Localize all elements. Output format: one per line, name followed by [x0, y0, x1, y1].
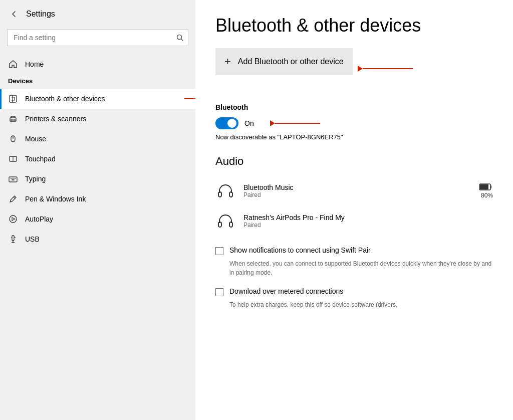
- svg-rect-28: [229, 222, 232, 227]
- sidebar-item-typing[interactable]: Typing: [0, 169, 195, 189]
- sidebar-item-autoplay-label: AutoPlay: [25, 215, 53, 223]
- search-icon: [176, 34, 183, 41]
- metered-row: Download over metered connections: [215, 287, 493, 296]
- bluetooth-section-title: Bluetooth: [215, 103, 493, 111]
- sidebar-item-typing-label: Typing: [25, 175, 46, 183]
- audio-section-title: Audio: [215, 155, 493, 168]
- bluetooth-toggle-row: On: [215, 117, 493, 129]
- device-name-airpods: Ratnesh's AirPods Pro - Find My: [243, 214, 493, 222]
- metered-label: Download over metered connections: [229, 287, 343, 295]
- discoverable-text: Now discoverable as "LAPTOP-8GN6ER75": [215, 133, 493, 141]
- device-info-bluetooth-music: Bluetooth Music Paired: [243, 183, 471, 198]
- usb-icon: [8, 234, 18, 244]
- add-device-arrow: [358, 66, 413, 72]
- sidebar-item-home[interactable]: Home: [0, 54, 195, 74]
- toggle-thumb: [227, 119, 236, 128]
- main-content: Bluetooth & other devices + Add Bluetoot…: [195, 0, 513, 420]
- add-device-button[interactable]: + Add Bluetooth or other device: [215, 48, 353, 75]
- mouse-icon: [8, 134, 18, 144]
- device-info-airpods: Ratnesh's AirPods Pro - Find My Paired: [243, 214, 493, 229]
- sidebar-item-pen[interactable]: Pen & Windows Ink: [0, 189, 195, 209]
- sidebar-item-autoplay[interactable]: AutoPlay: [0, 209, 195, 229]
- devices-section-label: Devices: [0, 74, 195, 89]
- add-device-label: Add Bluetooth or other device: [238, 57, 344, 66]
- sidebar-item-mouse[interactable]: Mouse: [0, 129, 195, 149]
- sidebar-item-printers-label: Printers & scanners: [25, 115, 86, 123]
- swift-pair-desc: When selected, you can connect to suppor…: [229, 259, 493, 277]
- svg-rect-1: [10, 95, 17, 102]
- search-input[interactable]: [7, 29, 188, 46]
- headphones-icon-1: [215, 181, 235, 201]
- device-name-bluetooth-music: Bluetooth Music: [243, 183, 471, 191]
- bluetooth-icon: [8, 94, 18, 104]
- swift-pair-label: Show notifications to connect using Swif…: [229, 246, 371, 254]
- sidebar-header: Settings: [0, 0, 195, 25]
- app-title: Settings: [26, 10, 55, 19]
- add-plus-icon: +: [224, 55, 231, 68]
- sidebar-item-pen-label: Pen & Windows Ink: [25, 195, 86, 203]
- svg-rect-27: [218, 222, 221, 227]
- sidebar-item-usb-label: USB: [25, 235, 40, 243]
- autoplay-icon: [8, 214, 18, 224]
- sidebar-item-bluetooth[interactable]: Bluetooth & other devices: [0, 89, 195, 109]
- home-icon: [8, 59, 18, 69]
- battery-icon: [479, 183, 493, 191]
- toggle-label: On: [244, 119, 254, 127]
- printer-icon: [8, 114, 18, 124]
- sidebar-item-home-label: Home: [25, 60, 44, 68]
- sidebar-item-bluetooth-label: Bluetooth & other devices: [25, 95, 105, 103]
- device-item-bluetooth-music[interactable]: Bluetooth Music Paired 80%: [215, 176, 493, 206]
- typing-icon: [8, 174, 18, 184]
- sidebar: Settings Home Devices Bluetooth: [0, 0, 195, 420]
- touchpad-icon: [8, 154, 18, 164]
- device-battery: 80%: [479, 183, 493, 199]
- device-status-bluetooth-music: Paired: [243, 191, 471, 198]
- back-button[interactable]: [8, 8, 20, 20]
- svg-line-15: [14, 197, 15, 198]
- svg-rect-23: [218, 192, 221, 197]
- device-status-airpods: Paired: [243, 222, 493, 229]
- swift-pair-checkbox[interactable]: [215, 247, 223, 255]
- device-item-airpods[interactable]: Ratnesh's AirPods Pro - Find My Paired: [215, 206, 493, 236]
- battery-percentage: 80%: [481, 192, 493, 199]
- sidebar-item-touchpad-label: Touchpad: [25, 155, 56, 163]
- svg-point-7: [13, 137, 14, 138]
- sidebar-item-mouse-label: Mouse: [25, 135, 46, 143]
- toggle-arrow: [270, 120, 320, 126]
- headphones-icon-2: [215, 211, 235, 231]
- svg-rect-17: [12, 236, 14, 241]
- svg-rect-24: [229, 192, 232, 197]
- svg-rect-4: [11, 119, 15, 121]
- swift-pair-row: Show notifications to connect using Swif…: [215, 246, 493, 255]
- sidebar-item-printers[interactable]: Printers & scanners: [0, 109, 195, 129]
- page-title: Bluetooth & other devices: [215, 15, 493, 36]
- pen-icon: [8, 194, 18, 204]
- bluetooth-arrow: [184, 96, 195, 102]
- metered-checkbox[interactable]: [215, 288, 223, 296]
- metered-desc: To help extra charges, keep this off so …: [229, 300, 493, 309]
- sidebar-item-usb[interactable]: USB: [0, 229, 195, 249]
- search-box: [7, 29, 188, 46]
- sidebar-item-touchpad[interactable]: Touchpad: [0, 149, 195, 169]
- bluetooth-toggle[interactable]: [215, 117, 238, 129]
- svg-rect-26: [480, 184, 488, 189]
